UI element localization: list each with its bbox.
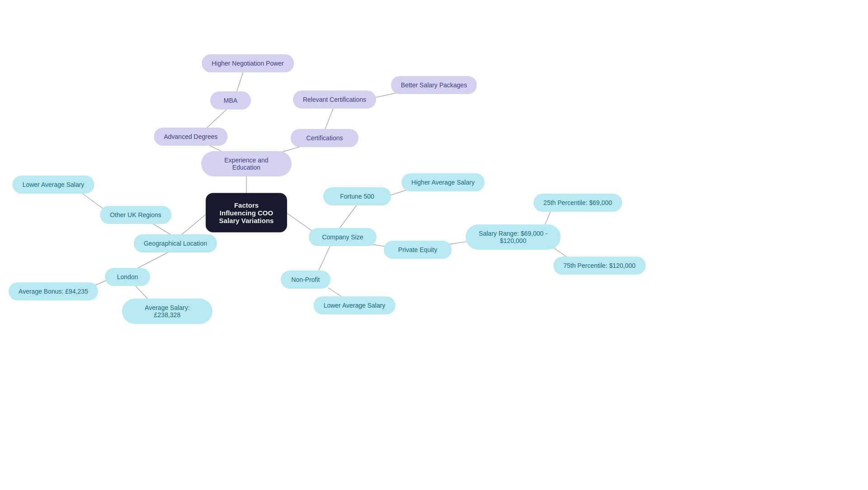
svg-line-7 <box>181 213 208 235</box>
node-geographical-location: Geographical Location <box>134 234 217 252</box>
node-london: London <box>105 268 150 286</box>
node-percentile-75: 75th Percentile: $120,000 <box>553 257 646 275</box>
center-node: Factors Influencing COO Salary Variation… <box>206 193 287 233</box>
node-other-uk-regions: Other UK Regions <box>100 206 171 224</box>
node-higher-negotiation: Higher Negotiation Power <box>202 54 294 72</box>
node-relevant-certifications: Relevant Certifications <box>293 90 376 109</box>
node-avg-salary-london: Average Salary: £238,328 <box>122 299 212 324</box>
node-lower-avg-salary-bottom: Lower Average Salary <box>314 296 396 314</box>
svg-line-14 <box>339 205 357 229</box>
node-experience-education: Experience and Education <box>201 151 292 176</box>
node-fortune500: Fortune 500 <box>323 187 391 205</box>
node-certifications: Certifications <box>291 129 359 147</box>
node-percentile-25: 25th Percentile: $69,000 <box>533 194 622 212</box>
node-nonprofit: Non-Profit <box>281 271 330 289</box>
node-salary-range: Salary Range: $69,000 - $120,000 <box>466 224 561 250</box>
node-company-size: Company Size <box>309 228 377 246</box>
node-better-salary: Better Salary Packages <box>391 76 477 94</box>
node-private-equity: Private Equity <box>384 241 452 259</box>
node-higher-avg-salary: Higher Average Salary <box>401 173 485 191</box>
node-avg-bonus: Average Bonus: £94,235 <box>9 282 98 300</box>
node-mba: MBA <box>210 91 251 109</box>
node-advanced-degrees: Advanced Degrees <box>154 128 227 146</box>
node-lower-avg-salary-left: Lower Average Salary <box>13 176 94 194</box>
